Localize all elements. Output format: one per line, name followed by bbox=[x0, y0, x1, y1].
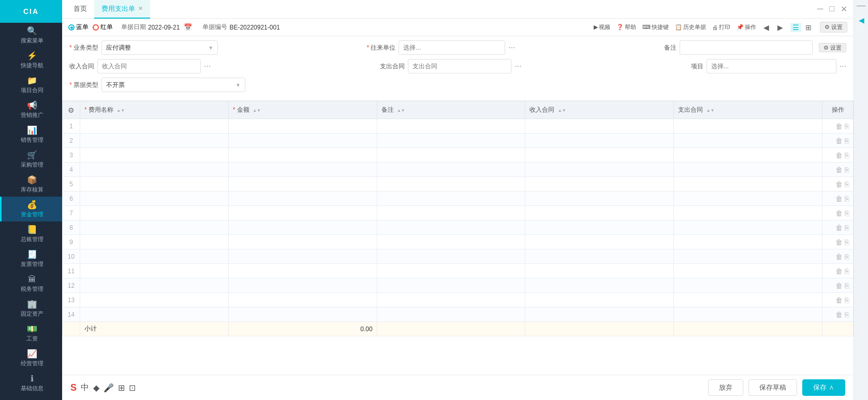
tab-home[interactable]: 首页 bbox=[66, 0, 94, 19]
expense-contract-cell[interactable] bbox=[674, 148, 822, 162]
expense-contract-cell[interactable] bbox=[674, 278, 822, 293]
expense-name-input[interactable] bbox=[84, 224, 224, 231]
amount-input[interactable] bbox=[233, 224, 373, 231]
sidebar-item-marketing[interactable]: 📢 营销推广 bbox=[0, 97, 62, 122]
save-button[interactable]: 保存 ∧ bbox=[802, 379, 845, 396]
copy-row-icon[interactable]: ⎘ bbox=[845, 180, 849, 188]
income-contract-input[interactable] bbox=[97, 59, 201, 73]
sort-expense-icon[interactable]: ▲▼ bbox=[707, 109, 715, 113]
footer-zhong-icon[interactable]: 中 bbox=[81, 382, 89, 393]
delete-row-icon[interactable]: 🗑 bbox=[835, 224, 843, 232]
sidebar-item-invoice[interactable]: 🧾 发票管理 bbox=[0, 246, 62, 271]
remark-input[interactable] bbox=[381, 151, 521, 159]
income-contract-row-input[interactable] bbox=[529, 166, 669, 173]
th-gear[interactable]: ⚙ bbox=[63, 101, 80, 119]
expense-name-input[interactable] bbox=[84, 180, 224, 188]
expense-name-cell[interactable] bbox=[80, 206, 229, 220]
expense-contract-cell[interactable] bbox=[674, 177, 822, 191]
remark-input[interactable] bbox=[381, 180, 521, 188]
expense-name-cell[interactable] bbox=[80, 220, 229, 235]
income-contract-row-input[interactable] bbox=[529, 224, 669, 231]
expense-contract-row-input[interactable] bbox=[678, 166, 818, 173]
delete-row-icon[interactable]: 🗑 bbox=[835, 310, 843, 319]
copy-row-icon[interactable]: ⎘ bbox=[845, 137, 849, 145]
remark-cell[interactable] bbox=[377, 148, 525, 162]
expense-contract-input[interactable] bbox=[408, 59, 511, 73]
sidebar-item-sys[interactable]: ⚙ 系统管理 bbox=[0, 395, 62, 400]
expense-name-input[interactable] bbox=[84, 209, 224, 217]
nav-prev-button[interactable]: ◀ bbox=[762, 23, 770, 32]
delete-row-icon[interactable]: 🗑 bbox=[835, 122, 843, 130]
sort-amount-icon[interactable]: ▲▼ bbox=[253, 109, 261, 113]
expense-name-cell[interactable] bbox=[80, 249, 229, 264]
table-row[interactable]: 10 🗑 ⎘ bbox=[63, 249, 854, 264]
expense-name-input[interactable] bbox=[84, 296, 224, 304]
minimize-button[interactable]: ─ bbox=[815, 4, 825, 14]
expense-contract-cell[interactable] bbox=[674, 206, 822, 220]
income-contract-cell[interactable] bbox=[525, 278, 674, 293]
radio-blue-label[interactable]: 蓝单 bbox=[68, 23, 89, 32]
amount-cell[interactable] bbox=[228, 235, 377, 249]
list-view-icon[interactable]: ☰ bbox=[790, 23, 801, 32]
biz-type-select[interactable]: 应付调整 ▼ bbox=[101, 40, 218, 55]
expense-contract-cell[interactable] bbox=[674, 235, 822, 249]
operation-button[interactable]: 📌 操作 bbox=[737, 23, 756, 31]
expense-name-cell[interactable] bbox=[80, 264, 229, 278]
amount-cell[interactable] bbox=[228, 249, 377, 264]
sidebar-item-ops[interactable]: 📈 经营管理 bbox=[0, 346, 62, 371]
discard-button[interactable]: 放弃 bbox=[708, 379, 743, 396]
income-contract-cell[interactable] bbox=[525, 119, 674, 134]
help-button[interactable]: ❓ 帮助 bbox=[616, 23, 636, 31]
remark-cell[interactable] bbox=[377, 249, 525, 264]
sidebar-item-project[interactable]: 📁 项目合同 bbox=[0, 72, 62, 97]
expense-contract-cell[interactable] bbox=[674, 134, 822, 148]
sidebar-item-accounting[interactable]: 📒 总账管理 bbox=[0, 221, 62, 246]
amount-input[interactable] bbox=[233, 238, 373, 246]
income-contract-cell[interactable] bbox=[525, 206, 674, 220]
close-window-button[interactable]: ✕ bbox=[838, 4, 849, 14]
history-button[interactable]: 📋 历史单据 bbox=[675, 23, 706, 31]
remark-cell[interactable] bbox=[377, 293, 525, 307]
expense-name-cell[interactable] bbox=[80, 162, 229, 177]
table-row[interactable]: 14 🗑 ⎘ bbox=[63, 307, 854, 322]
amount-cell[interactable] bbox=[228, 264, 377, 278]
sidebar-item-search[interactable]: 🔍 搜索菜单 bbox=[0, 23, 62, 48]
income-contract-row-input[interactable] bbox=[529, 267, 669, 275]
expense-contract-row-input[interactable] bbox=[678, 224, 818, 231]
remark-input[interactable] bbox=[381, 195, 521, 202]
remark-input[interactable] bbox=[381, 282, 521, 289]
delete-row-icon[interactable]: 🗑 bbox=[835, 137, 843, 145]
footer-diamond-icon[interactable]: ◆ bbox=[93, 383, 99, 393]
income-contract-cell[interactable] bbox=[525, 191, 674, 206]
amount-cell[interactable] bbox=[228, 191, 377, 206]
amount-cell[interactable] bbox=[228, 148, 377, 162]
income-contract-cell[interactable] bbox=[525, 148, 674, 162]
expense-contract-cell[interactable] bbox=[674, 249, 822, 264]
copy-row-icon[interactable]: ⎘ bbox=[845, 122, 849, 130]
tab-expense-close[interactable]: ✕ bbox=[138, 6, 143, 11]
footer-grid1-icon[interactable]: ⊞ bbox=[118, 383, 125, 393]
sort-remark-icon[interactable]: ▲▼ bbox=[397, 109, 405, 113]
expense-contract-row-input[interactable] bbox=[678, 151, 818, 159]
expense-name-input[interactable] bbox=[84, 151, 224, 159]
income-contract-cell[interactable] bbox=[525, 134, 674, 148]
income-contract-row-input[interactable] bbox=[529, 180, 669, 188]
income-contract-cell[interactable] bbox=[525, 162, 674, 177]
counterpart-ellipsis-icon[interactable]: ··· bbox=[508, 43, 515, 52]
sidebar-item-tax[interactable]: 🏛 税务管理 bbox=[0, 271, 62, 296]
sidebar-item-payroll[interactable]: 💵 工资 bbox=[0, 321, 62, 346]
sidebar-item-inventory[interactable]: 📦 库存核算 bbox=[0, 172, 62, 197]
expense-contract-row-input[interactable] bbox=[678, 209, 818, 217]
remark-input[interactable] bbox=[381, 137, 521, 144]
table-row[interactable]: 9 🗑 ⎘ bbox=[63, 235, 854, 249]
expense-contract-row-input[interactable] bbox=[678, 122, 818, 130]
remark-cell[interactable] bbox=[377, 206, 525, 220]
amount-input[interactable] bbox=[233, 267, 373, 275]
sidebar-item-procurement[interactable]: 🛒 采购管理 bbox=[0, 147, 62, 172]
delete-row-icon[interactable]: 🗑 bbox=[835, 209, 843, 217]
form-settings-button[interactable]: ⚙ 设置 bbox=[819, 43, 846, 52]
save-draft-button[interactable]: 保存草稿 bbox=[748, 379, 797, 396]
expense-contract-row-input[interactable] bbox=[678, 253, 818, 260]
expense-contract-row-input[interactable] bbox=[678, 282, 818, 289]
amount-cell[interactable] bbox=[228, 162, 377, 177]
